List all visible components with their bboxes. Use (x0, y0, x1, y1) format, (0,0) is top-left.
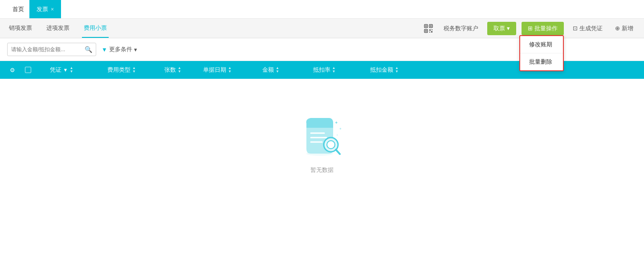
modify-period-item[interactable]: 修改账期 (520, 36, 563, 53)
more-filter-button[interactable]: ▼ 更多条件 ▾ (102, 45, 137, 53)
voucher-label: 生成凭证 (579, 24, 603, 32)
svg-rect-6 (429, 29, 431, 31)
svg-text:✦: ✦ (339, 127, 342, 131)
batch-dropdown-menu: 修改账期 批量删除 (519, 35, 564, 71)
home-tab[interactable]: 首页 (7, 0, 29, 18)
svg-text:✦: ✦ (334, 120, 338, 125)
th-deduct-amount-label: 抵扣金额 (370, 66, 393, 74)
tab-label: 发票 (37, 5, 48, 13)
th-deduct-amount-sort[interactable]: ▲▼ (395, 66, 399, 73)
search-input-wrap: 🔍 (7, 43, 96, 56)
th-voucher-sort[interactable]: ▲▼ (69, 66, 73, 73)
th-sheets[interactable]: 张数 ▲▼ (155, 66, 191, 74)
top-nav: 首页 发票 × (0, 0, 644, 19)
svg-rect-1 (425, 25, 427, 27)
th-amount[interactable]: 金额 ▲▼ (244, 66, 298, 74)
svg-rect-5 (425, 30, 427, 32)
more-filter-arrow: ▾ (134, 46, 137, 53)
sub-tabs-left: 销项发票 进项发票 费用小票 (7, 19, 109, 38)
svg-line-16 (336, 150, 340, 154)
th-date-sort[interactable]: ▲▼ (228, 66, 232, 73)
svg-rect-3 (430, 25, 432, 27)
tab-expense-receipt[interactable]: 费用小票 (82, 19, 109, 38)
th-deduct-rate[interactable]: 抵扣率 ▲▼ (298, 66, 351, 74)
th-expense-type-sort[interactable]: ▲▼ (132, 66, 136, 73)
empty-text: 暂无数据 (310, 166, 334, 174)
th-amount-label: 金额 (262, 66, 274, 74)
svg-rect-9 (431, 31, 432, 32)
th-settings[interactable]: ⚙ (4, 67, 21, 73)
svg-text:•: • (337, 134, 338, 136)
batch-label: 批量操作 (534, 24, 558, 32)
generate-voucher-button[interactable]: ⊡ 生成凭证 (569, 23, 606, 34)
fetch-ticket-button[interactable]: 取票 ▾ (487, 22, 516, 35)
th-expense-type[interactable]: 费用类型 ▲▼ (88, 66, 155, 74)
th-date[interactable]: 单据日期 ▲▼ (191, 66, 244, 74)
add-button[interactable]: ⊕ 新增 (611, 23, 637, 34)
th-deduct-rate-label: 抵扣率 (313, 66, 330, 74)
batch-icon: ⊞ (528, 25, 533, 32)
th-deduct-amount[interactable]: 抵扣金额 ▲▼ (351, 66, 418, 74)
th-sheets-sort[interactable]: ▲▼ (178, 66, 181, 73)
settings-icon: ⚙ (10, 67, 15, 73)
svg-rect-8 (429, 32, 430, 32)
tab-close[interactable]: × (51, 6, 54, 12)
tab-input-invoice[interactable]: 进项发票 (45, 19, 71, 38)
th-expense-type-label: 费用类型 (107, 66, 130, 74)
tab-sales-invoice[interactable]: 销项发票 (7, 19, 34, 38)
batch-delete-item[interactable]: 批量删除 (520, 53, 563, 70)
qr-button[interactable] (422, 22, 435, 35)
add-label: 新增 (622, 24, 633, 32)
sub-tabs-bar: 销项发票 进项发票 费用小票 税务数字账户 取票 ▾ (0, 19, 644, 38)
th-sheets-label: 张数 (164, 66, 176, 74)
search-input[interactable] (11, 46, 85, 53)
batch-button-wrap: ⊞ 批量操作 修改账期 批量删除 (522, 22, 564, 35)
svg-point-15 (327, 141, 335, 149)
filter-funnel-icon: ▼ (102, 46, 107, 53)
tax-account-button[interactable]: 税务数字账户 (440, 23, 482, 34)
th-amount-sort[interactable]: ▲▼ (276, 66, 279, 73)
voucher-icon: ⊡ (573, 25, 578, 32)
fetch-label: 取票 (493, 24, 505, 32)
th-voucher-filter-icon: ▼ (63, 67, 68, 73)
select-all-checkbox[interactable] (25, 67, 31, 73)
add-icon: ⊕ (615, 25, 620, 32)
fetch-arrow: ▾ (507, 25, 510, 32)
batch-operation-button[interactable]: ⊞ 批量操作 (522, 22, 564, 35)
th-checkbox (21, 67, 35, 73)
sub-tabs-right: 税务数字账户 取票 ▾ ⊞ 批量操作 修改账期 批量删除 ⊡ 生成凭证 ⊕ 新增 (422, 22, 637, 35)
invoice-tab[interactable]: 发票 × (29, 0, 61, 18)
th-deduct-rate-sort[interactable]: ▲▼ (332, 66, 336, 73)
th-date-label: 单据日期 (203, 66, 226, 74)
empty-illustration: ✦ ✦ • (295, 114, 349, 159)
search-icon[interactable]: 🔍 (85, 46, 92, 53)
svg-rect-7 (432, 29, 432, 30)
th-voucher-label: 凭证 (50, 66, 61, 74)
empty-state: ✦ ✦ • 暂无数据 (0, 79, 644, 201)
more-filter-label: 更多条件 (109, 45, 132, 53)
th-voucher[interactable]: 凭证 ▼ ▲▼ (35, 66, 88, 74)
